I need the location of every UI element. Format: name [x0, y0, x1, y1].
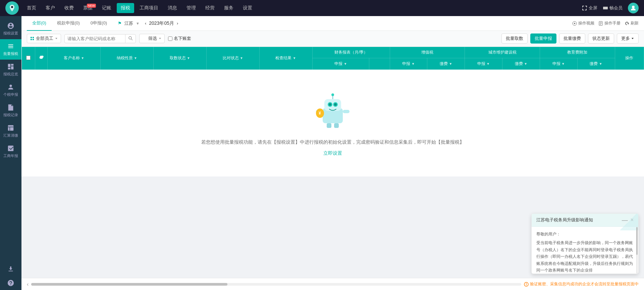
nav-operations[interactable]: 经营 [201, 3, 219, 13]
employee-select[interactable]: 全部员工 [27, 34, 61, 43]
th-gear[interactable] [35, 47, 48, 70]
search-box [64, 34, 136, 43]
sidebar-label-tax-settings: 报税设置 [3, 31, 18, 36]
horizontal-scrollbar[interactable] [31, 283, 521, 286]
nav-settings[interactable]: 设置 [239, 3, 256, 13]
sidebar-item-tax-record[interactable]: 报税记录 [0, 100, 21, 121]
th-customer-name: 客户名称 ▼ [48, 47, 101, 70]
new-badge: NEW [87, 4, 96, 8]
nav-invoice[interactable]: 票据 NEW [79, 3, 97, 13]
sidebar-item-tax-settings[interactable]: 报税设置 [0, 19, 21, 39]
sidebar-item-overview[interactable]: 报税总览 [0, 60, 21, 80]
month-display: 2023年05月 [149, 20, 174, 26]
svg-point-3 [9, 85, 12, 87]
sidebar-label-personal-tax: 个税申报 [3, 92, 18, 97]
notif-content: 受当前电子税务局进一步升级的影响，同一个政务网账号（办税人）名下的企业不能再同时… [536, 239, 634, 274]
refresh-btn[interactable]: 刷新 [625, 20, 639, 26]
next-month-button[interactable]: › [177, 21, 178, 26]
batch-pay-button[interactable]: 批量缴费 [559, 33, 585, 44]
setup-link[interactable]: 立即设置 [323, 150, 342, 156]
th-checkbox[interactable] [22, 47, 35, 70]
more-button[interactable]: 更多 [617, 33, 639, 44]
video-btn[interactable]: 操作视频 [572, 20, 594, 26]
accounts-checkbox[interactable] [168, 37, 172, 41]
svg-rect-11 [33, 39, 34, 40]
scroll-left-btn[interactable]: ‹ [27, 281, 29, 287]
th-urban-pay: 缴费 ▼ [502, 58, 540, 70]
nav-tax[interactable]: 报税 [117, 3, 134, 13]
svg-point-2 [632, 6, 635, 8]
vip-button[interactable]: 畅会员 [603, 5, 623, 11]
th-edu-pay: 缴费 ▼ [577, 58, 615, 70]
tab-declare[interactable]: 税款申报(0) [52, 16, 85, 31]
search-button[interactable] [125, 34, 136, 43]
nav-service[interactable]: 服务 [220, 3, 237, 13]
chevron-down-icon: ▼ [136, 21, 140, 25]
sidebar-label-annual-settle: 汇算清缴 [3, 133, 18, 138]
sidebar-item-annual-report[interactable]: 工商年报 [0, 141, 21, 162]
sidebar-item-annual-settle[interactable]: 汇算清缴 [0, 121, 21, 141]
empty-message: 若您想使用批量报税功能，请先在【报税设置】中进行报税的初始化设置，完成密码验证和… [201, 138, 464, 146]
status-update-button[interactable]: 状态更新 [588, 33, 614, 44]
sidebar-bottom [0, 262, 21, 290]
manual-btn[interactable]: 操作手册 [598, 20, 621, 26]
notif-minimize[interactable]: — [622, 217, 628, 223]
nav-message[interactable]: 消息 [164, 3, 181, 13]
sidebar-item-help[interactable] [0, 276, 21, 290]
svg-rect-26 [327, 123, 331, 128]
app-logo[interactable] [5, 1, 19, 15]
empty-state: ¥ 若您想使用批量报税功能，请先在【报税设置】中进行报税的初始化设置，完成密码验… [22, 70, 644, 176]
search-input[interactable] [65, 35, 125, 43]
bottom-tip: 验证账密、采集信息均成功的企业才会流转至批量报税页面中 [524, 281, 639, 287]
th-financial-report: 财务报表（月/季） [312, 47, 390, 58]
nav-customer[interactable]: 客户 [42, 3, 59, 13]
notif-scroll-thumb [636, 227, 638, 255]
user-avatar[interactable] [628, 3, 639, 13]
toolbar: 全部员工 筛选 名下账套 批量取数 批量申报 批量缴费 状态更新 更多 [21, 31, 644, 47]
province-selector[interactable]: ⚑ 江苏 ▼ [118, 20, 140, 26]
select-all-checkbox[interactable] [26, 56, 31, 60]
sidebar-item-batch-tax[interactable]: 批量报税 [0, 39, 21, 60]
notif-greeting: 尊敬的用户： [536, 231, 634, 237]
nav-billing[interactable]: 收费 [60, 3, 78, 13]
nav-accounting[interactable]: 记账 [98, 3, 115, 13]
tab-bar: 全部(0) 税款申报(0) 0申报(0) ⚑ 江苏 ▼ ‹ 2023年05月 ›… [21, 16, 644, 31]
filter-button[interactable]: 筛选 [139, 34, 165, 43]
nav-manage[interactable]: 管理 [182, 3, 200, 13]
th-operation: 操作 [615, 47, 644, 70]
nav-business[interactable]: 工商项目 [136, 3, 162, 13]
svg-point-19 [334, 103, 337, 106]
svg-point-18 [329, 103, 331, 106]
svg-point-12 [129, 37, 131, 39]
notif-scrollbar[interactable] [636, 227, 638, 274]
batch-fetch-button[interactable]: 批量取数 [501, 33, 528, 44]
svg-text:¥: ¥ [319, 111, 321, 116]
batch-declare-button[interactable]: 批量申报 [530, 33, 556, 44]
scroll-thumb [31, 283, 227, 286]
svg-marker-6 [574, 22, 576, 24]
accounts-checkbox-label[interactable]: 名下账套 [168, 35, 191, 42]
svg-rect-1 [603, 7, 608, 9]
svg-point-21 [331, 93, 334, 96]
svg-rect-10 [31, 39, 32, 40]
table-container: 客户名称 ▼ 纳税性质 ▼ 取数状态 ▼ 比对状态 ▼ 检查结果 ▼ 财务报表（… [21, 47, 644, 176]
sidebar-item-personal-tax[interactable]: 个税申报 [0, 80, 21, 100]
th-vat-pay: 缴费 ▼ [427, 58, 465, 70]
sidebar-item-download[interactable] [0, 262, 21, 276]
data-table: 客户名称 ▼ 纳税性质 ▼ 取数状态 ▼ 比对状态 ▼ 检查结果 ▼ 财务报表（… [21, 47, 644, 176]
fullscreen-button[interactable]: 全屏 [582, 5, 597, 11]
th-financial-declare: 申报 ▼ [312, 58, 369, 70]
th-fetch-status: 取数状态 ▼ [153, 47, 206, 70]
top-navigation: 首页 客户 收费 票据 NEW 记账 报税 工商项目 消息 管理 经营 服务 设… [0, 0, 644, 16]
prev-month-button[interactable]: ‹ [145, 21, 146, 26]
robot-illustration: ¥ [313, 90, 353, 130]
th-edu-declare: 申报 ▼ [540, 58, 577, 70]
svg-rect-8 [31, 37, 32, 38]
svg-rect-4 [8, 125, 14, 131]
notif-close-button[interactable]: × [631, 217, 634, 223]
svg-point-0 [11, 6, 13, 8]
tab-zero-declare[interactable]: 0申报(0) [85, 16, 112, 31]
tab-all[interactable]: 全部(0) [27, 16, 52, 31]
nav-home[interactable]: 首页 [23, 3, 40, 13]
notif-header: 江苏电子税务局升级影响通知 — × [532, 214, 638, 227]
